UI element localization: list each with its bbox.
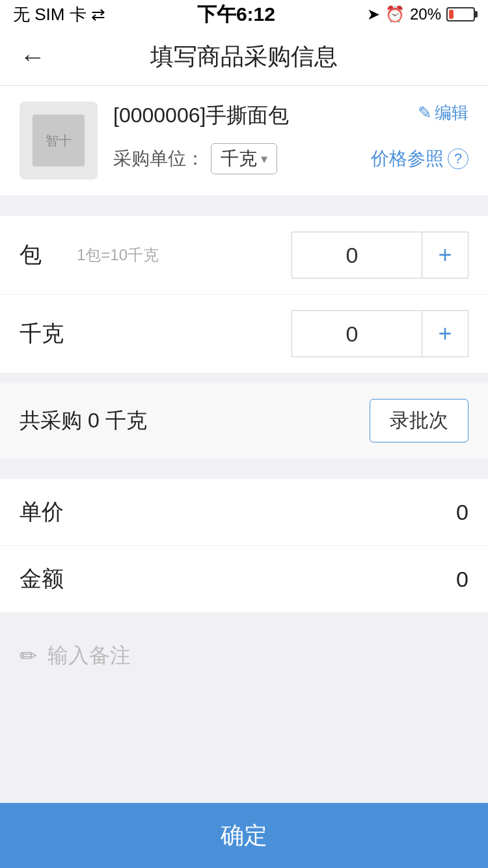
status-bar: 无 SIM 卡 ⇄ 下午6:12 ➤ ⏰ 20% <box>0 0 488 29</box>
edit-button[interactable]: ✎ 编辑 <box>418 102 468 124</box>
kg-plus-button[interactable]: + <box>422 310 468 357</box>
pencil-icon: ✏ <box>20 644 37 668</box>
product-card: 智十 [0000006]手撕面包 ✎ 编辑 采购单位： 千克 ▾ 价格参照 ? <box>0 86 488 195</box>
product-name: [0000006]手撕面包 <box>113 102 289 130</box>
unit-price-row: 单价 0 <box>0 479 488 546</box>
sim-status: 无 SIM 卡 ⇄ <box>13 3 105 26</box>
kg-input-wrapper: + <box>291 310 468 357</box>
product-top-row: [0000006]手撕面包 ✎ 编辑 <box>113 102 468 143</box>
status-time: 下午6:12 <box>197 1 275 28</box>
kg-label: 千克 <box>20 319 72 349</box>
total-unit <box>100 409 105 432</box>
page-title: 填写商品采购信息 <box>150 41 338 73</box>
purchase-unit: 采购单位： 千克 ▾ <box>113 143 277 174</box>
product-info: [0000006]手撕面包 ✎ 编辑 采购单位： 千克 ▾ 价格参照 ? <box>113 102 468 174</box>
price-ref-label: 价格参照 <box>371 146 444 171</box>
bao-label: 包 <box>20 240 72 270</box>
battery-icon <box>446 7 475 21</box>
edit-icon: ✎ <box>418 103 432 123</box>
unit-label: 采购单位： <box>113 146 204 171</box>
notes-placeholder: 输入备注 <box>47 642 131 670</box>
product-meta: 采购单位： 千克 ▾ 价格参照 ? <box>113 143 468 174</box>
location-icon: ➤ <box>367 5 380 23</box>
unit-dropdown[interactable]: 千克 ▾ <box>211 143 277 174</box>
price-info-section: 单价 0 金额 0 <box>0 479 488 613</box>
back-button[interactable]: ← <box>20 42 59 72</box>
total-qty-value: 0 <box>88 409 100 432</box>
bao-input-wrapper: + <box>291 232 468 278</box>
status-left: 无 SIM 卡 ⇄ <box>13 3 105 26</box>
product-logo: 智十 <box>33 115 85 167</box>
unit-value: 千克 <box>221 146 257 171</box>
unit-price-value: 0 <box>456 500 468 525</box>
bao-plus-button[interactable]: + <box>422 232 468 278</box>
kg-input-row: 千克 + <box>0 295 488 373</box>
quantity-inputs-section: 包 1包=10千克 + 千克 + <box>0 216 488 373</box>
nav-bar: ← 填写商品采购信息 <box>0 29 488 86</box>
price-ref-help-icon: ? <box>448 148 468 169</box>
battery-percent: 20% <box>410 5 441 23</box>
alarm-icon: ⏰ <box>385 5 405 23</box>
dropdown-arrow-icon: ▾ <box>261 151 267 167</box>
kg-input[interactable] <box>291 310 422 357</box>
bao-input-row: 包 1包=10千克 + <box>0 216 488 295</box>
amount-row: 金额 0 <box>0 546 488 613</box>
amount-value: 0 <box>456 567 468 592</box>
notes-section[interactable]: ✏ 输入备注 <box>0 623 488 688</box>
total-text: 共采购 0 千克 <box>20 407 147 435</box>
price-ref-button[interactable]: 价格参照 ? <box>371 146 468 171</box>
bao-sublabel: 1包=10千克 <box>77 245 159 265</box>
status-right: ➤ ⏰ 20% <box>367 5 475 23</box>
amount-label: 金额 <box>20 564 64 594</box>
total-row: 共采购 0 千克 录批次 <box>0 383 488 458</box>
bao-input[interactable] <box>291 232 422 278</box>
edit-label: 编辑 <box>435 102 468 124</box>
batch-button[interactable]: 录批次 <box>370 399 468 442</box>
unit-price-label: 单价 <box>20 497 64 527</box>
confirm-button[interactable]: 确定 <box>0 803 488 868</box>
product-image: 智十 <box>20 102 98 180</box>
divider-1 <box>0 206 488 216</box>
total-label: 共采购 <box>20 409 82 432</box>
divider-2 <box>0 468 488 479</box>
